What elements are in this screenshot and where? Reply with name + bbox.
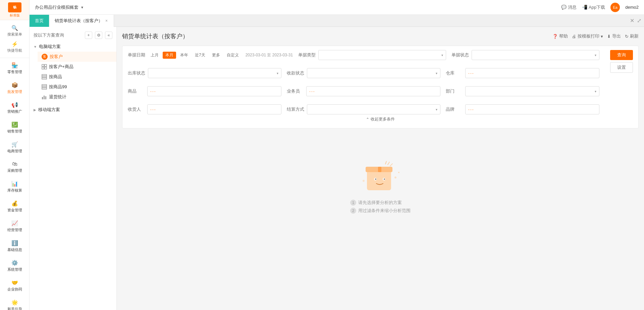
brand-input[interactable]: ··· [465, 104, 599, 114]
tab-home[interactable]: 首页 [30, 15, 49, 27]
newbie-icon: 🌟 [11, 299, 18, 306]
industry-title: 办公用品行业模拟账套 [35, 4, 78, 10]
sidebar-item-newbie[interactable]: 🌟 新手引导 [1, 296, 28, 310]
sidebar-inventory-label: 库存核算 [7, 188, 22, 193]
out-status-arrow-icon: ▾ [277, 71, 278, 75]
user-name[interactable]: demo2 [625, 5, 639, 10]
app-download-btn[interactable]: 📲 App下载 [582, 4, 605, 10]
sidebar-item-finance[interactable]: 💰 资金管理 [1, 197, 28, 216]
refresh-btn[interactable]: ↻ 刷新 [625, 33, 639, 39]
logo-symbol: 畅 [13, 5, 16, 10]
industry-dropdown-btn[interactable]: ▾ [81, 5, 83, 10]
filter-date: 单据日期 上月 本月 本年 近7天 更多 自定义 2023-03-01 至 20… [128, 52, 293, 59]
tab-close-btn[interactable]: × [105, 18, 108, 24]
left-panel-header: 按以下方案查询 + ⚙ « [30, 30, 116, 42]
message-icon: 💬 [561, 5, 567, 10]
sidebar-item-basic[interactable]: ℹ️ 基础信息 [1, 237, 28, 256]
date-tab-custom[interactable]: 自定义 [224, 52, 241, 59]
message-btn[interactable]: 💬 消息 [561, 4, 577, 10]
sidebar-item-enterprise[interactable]: 🤝 企业协同 [1, 276, 28, 295]
goods-input[interactable]: ··· [147, 86, 281, 96]
add-scheme-btn[interactable]: + [85, 32, 92, 39]
sidebar-item-system[interactable]: ⚙️ 系统管理 [1, 256, 28, 275]
date-tab-more[interactable]: 更多 [209, 52, 223, 59]
help-btn[interactable]: ❓ 帮助 [552, 33, 568, 39]
sidebar-item-wholesale[interactable]: 📦 批发管理 [1, 79, 28, 98]
filter-settlement: 结算方式 ▾ [287, 104, 440, 114]
date-tab-thismonth[interactable]: 本月 [163, 52, 176, 59]
tab-expand-btn[interactable]: ⤢ [637, 17, 641, 24]
mobile-group[interactable]: ▶ 移动端方案 [30, 105, 116, 115]
out-status-input[interactable]: ▾ [148, 68, 281, 78]
settlement-input[interactable]: ▾ [307, 104, 440, 114]
doc-status-input[interactable]: ▾ [472, 50, 599, 60]
tab-sales-stats[interactable]: 销货单统计表（按客户） × [49, 15, 114, 27]
collapse-panel-btn[interactable]: « [105, 32, 112, 39]
date-range-text: 2023-03-01 至 2023-03-31 [246, 52, 293, 58]
scheme-by-goods[interactable]: 按商品 [38, 72, 116, 82]
scheme-by-customer-label: 按客户 [50, 54, 63, 60]
empty-state: 1 请先选择要分析的方案 2 用过滤条件来缩小分析范围 [122, 134, 639, 243]
sidebar-item-ecommerce[interactable]: 🛒 电商管理 [1, 138, 28, 157]
tab-controls: ✕ ⤢ [627, 17, 644, 24]
svg-rect-16 [367, 170, 391, 190]
operation-icon: 📈 [11, 220, 18, 226]
tab-empty-space [114, 15, 627, 27]
sidebar-sales-label: 销售管理 [7, 129, 22, 134]
sidebar-wholesale-label: 批发管理 [7, 89, 22, 94]
collapse-up-icon: ⌃ [366, 117, 369, 122]
app-logo[interactable]: 畅 标准版 [0, 0, 29, 20]
shortcut-nav-btn[interactable]: ⚡ 快捷导航 [2, 39, 27, 55]
page-title-text: 销货单统计表（按客户） [122, 32, 189, 40]
print-dropdown-icon: ▾ [601, 34, 603, 39]
doc-type-input[interactable]: ▾ [318, 50, 446, 60]
date-tab-thisyear[interactable]: 本年 [177, 52, 191, 59]
brand-label: 品牌 [446, 106, 463, 112]
print-icon: 🖨 [572, 34, 576, 39]
export-btn[interactable]: ⬇ 导出 [607, 33, 621, 39]
scheme-by-customer-goods[interactable]: 按客户+商品 [38, 62, 116, 72]
dept-input[interactable]: ▾ [465, 86, 599, 96]
svg-line-15 [390, 164, 392, 166]
date-tab-lastmonth[interactable]: 上月 [148, 52, 161, 59]
svg-rect-0 [42, 64, 44, 66]
svg-rect-4 [42, 74, 47, 76]
sidebar-item-operation[interactable]: 📈 经营管理 [1, 217, 28, 236]
svg-rect-5 [42, 76, 47, 78]
scheme-by-customer[interactable]: 客 按客户 [38, 52, 116, 62]
print-btn[interactable]: 🖨 按模板打印 ▾ [572, 33, 603, 39]
sidebar-item-inventory[interactable]: 📊 库存核算 [1, 177, 28, 196]
sidebar-item-retail[interactable]: 🏪 零售管理 [1, 59, 28, 78]
consignee-input[interactable]: ··· [147, 104, 281, 114]
svg-point-23 [394, 176, 396, 178]
tab-close-all-btn[interactable]: ✕ [630, 17, 634, 24]
sidebar-item-sales[interactable]: 💹 销售管理 [1, 118, 28, 137]
filter-row-1: 单据日期 上月 本月 本年 近7天 更多 自定义 2023-03-01 至 20… [128, 50, 599, 60]
scheme-return-stats[interactable]: 退货统计 [38, 92, 116, 102]
salesperson-input[interactable]: ··· [306, 86, 440, 96]
logo-icon: 畅 [8, 2, 21, 12]
receipt-status-input[interactable]: ▾ [307, 68, 440, 78]
sales-stats-tab-label: 销货单统计表（按客户） [55, 18, 103, 24]
doc-type-arrow-icon: ▾ [441, 53, 443, 57]
date-tab-last7days[interactable]: 近7天 [192, 52, 208, 59]
settings-btn[interactable]: 设置 [610, 62, 633, 73]
collapse-bar[interactable]: ⌃ 收起更多条件 [128, 114, 633, 124]
svg-line-14 [388, 162, 389, 165]
filter-out-status: 出库状态 ▾ [128, 68, 281, 78]
warehouse-input[interactable]: ··· [465, 68, 599, 78]
scheme-by-goods-99[interactable]: 按商品99 [38, 82, 116, 92]
avatar[interactable]: Ea [610, 3, 620, 12]
main-area: 办公用品行业模拟账套 ▾ 💬 消息 📲 App下载 Ea demo2 首页 销货… [30, 0, 644, 310]
help-icon: ❓ [552, 34, 558, 39]
desktop-group[interactable]: ▼ 电脑端方案 [30, 42, 116, 52]
refresh-icon: ↻ [625, 34, 629, 39]
settings-scheme-btn[interactable]: ⚙ [95, 32, 102, 39]
sidebar-operation-label: 经营管理 [7, 227, 22, 232]
collapse-label: 收起更多条件 [371, 116, 395, 122]
search-menu-btn[interactable]: 🔍 搜索菜单 [2, 23, 27, 39]
svg-rect-3 [45, 67, 47, 69]
sidebar-item-marketing[interactable]: 📢 营销推广 [1, 98, 28, 117]
sidebar-item-purchase[interactable]: 🛍 采购管理 [1, 158, 28, 176]
query-btn[interactable]: 查询 [610, 50, 633, 60]
